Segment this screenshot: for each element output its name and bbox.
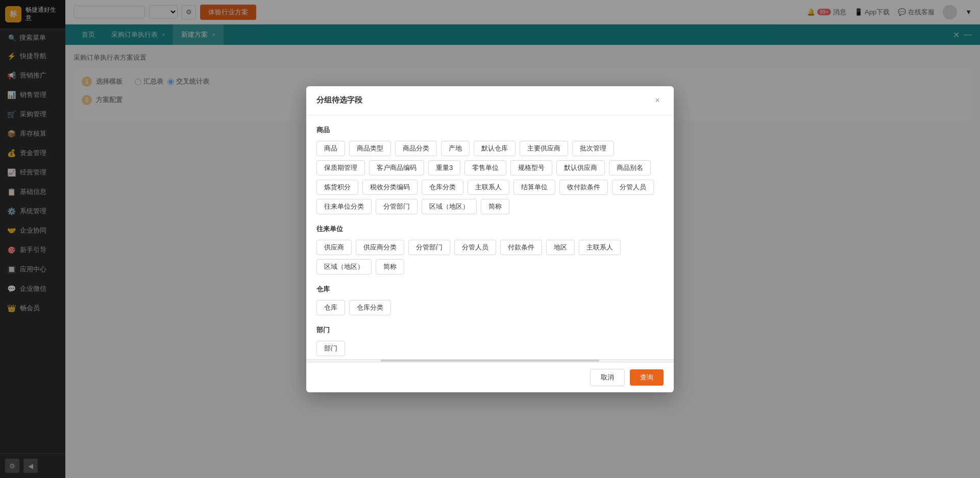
field-tag-goods-0[interactable]: 商品 <box>316 141 345 156</box>
field-tag-goods-4[interactable]: 默认仓库 <box>474 141 516 156</box>
field-tag-department-0[interactable]: 部门 <box>316 341 345 356</box>
field-group-title-department: 部门 <box>316 325 664 335</box>
field-tag-goods-13[interactable]: 商品别名 <box>609 160 651 175</box>
field-tags-department: 部门 <box>316 341 664 356</box>
field-group-counterparty: 往来单位供应商供应商分类分管部门分管人员付款条件地区主联系人区域（地区）简称 <box>316 224 664 274</box>
modal-title: 分组待选字段 <box>316 95 362 105</box>
field-group-warehouse: 仓库仓库仓库分类 <box>316 285 664 315</box>
field-tag-goods-2[interactable]: 商品分类 <box>395 141 437 156</box>
field-tag-goods-11[interactable]: 规格型号 <box>510 160 552 175</box>
field-group-department: 部门部门 <box>316 325 664 356</box>
confirm-button[interactable]: 查询 <box>630 369 664 386</box>
modal-header: 分组待选字段 × <box>306 86 674 115</box>
field-group-title-counterparty: 往来单位 <box>316 224 664 234</box>
field-tag-counterparty-3[interactable]: 分管人员 <box>454 240 496 255</box>
field-group-goods: 商品商品商品类型商品分类产地默认仓库主要供应商批次管理保质期管理客户商品编码重量… <box>316 125 664 214</box>
field-tag-goods-24[interactable]: 简称 <box>481 199 509 214</box>
field-tag-goods-6[interactable]: 批次管理 <box>572 141 614 156</box>
field-tag-goods-1[interactable]: 商品类型 <box>349 141 391 156</box>
field-tag-counterparty-7[interactable]: 区域（地区） <box>316 259 372 274</box>
modal-body: 商品商品商品类型商品分类产地默认仓库主要供应商批次管理保质期管理客户商品编码重量… <box>306 115 674 359</box>
field-tag-counterparty-6[interactable]: 主联系人 <box>579 240 621 255</box>
field-tag-goods-15[interactable]: 税收分类编码 <box>362 180 418 195</box>
field-tags-counterparty: 供应商供应商分类分管部门分管人员付款条件地区主联系人区域（地区）简称 <box>316 240 664 274</box>
field-tag-goods-8[interactable]: 客户商品编码 <box>369 160 424 175</box>
field-tag-counterparty-4[interactable]: 付款条件 <box>500 240 542 255</box>
field-tag-goods-19[interactable]: 收付款条件 <box>559 180 608 195</box>
field-tag-goods-16[interactable]: 仓库分类 <box>422 180 463 195</box>
modal-overlay[interactable]: 分组待选字段 × 商品商品商品类型商品分类产地默认仓库主要供应商批次管理保质期管… <box>0 0 980 478</box>
field-tag-goods-20[interactable]: 分管人员 <box>612 180 654 195</box>
field-tag-goods-5[interactable]: 主要供应商 <box>520 141 568 156</box>
field-tag-counterparty-1[interactable]: 供应商分类 <box>356 240 404 255</box>
field-group-title-goods: 商品 <box>316 125 664 135</box>
field-tag-counterparty-2[interactable]: 分管部门 <box>408 240 450 255</box>
field-tag-warehouse-0[interactable]: 仓库 <box>316 300 345 315</box>
field-tag-counterparty-0[interactable]: 供应商 <box>316 240 352 255</box>
field-select-modal: 分组待选字段 × 商品商品商品类型商品分类产地默认仓库主要供应商批次管理保质期管… <box>306 86 674 392</box>
field-tag-counterparty-5[interactable]: 地区 <box>546 240 575 255</box>
field-group-title-warehouse: 仓库 <box>316 285 664 294</box>
field-tag-goods-3[interactable]: 产地 <box>441 141 470 156</box>
cancel-button[interactable]: 取消 <box>590 369 625 386</box>
field-tag-goods-9[interactable]: 重量3 <box>428 160 460 175</box>
field-tag-goods-17[interactable]: 主联系人 <box>468 180 509 195</box>
field-tag-goods-23[interactable]: 区域（地区） <box>422 199 477 214</box>
field-tag-warehouse-1[interactable]: 仓库分类 <box>349 300 391 315</box>
modal-footer: 取消 查询 <box>306 362 674 392</box>
field-tag-goods-12[interactable]: 默认供应商 <box>556 160 605 175</box>
field-tag-goods-22[interactable]: 分管部门 <box>376 199 418 214</box>
field-tags-warehouse: 仓库仓库分类 <box>316 300 664 315</box>
field-tag-counterparty-8[interactable]: 简称 <box>376 259 404 274</box>
field-tag-goods-7[interactable]: 保质期管理 <box>316 160 365 175</box>
horizontal-scroll-thumb <box>381 360 599 362</box>
field-tags-goods: 商品商品类型商品分类产地默认仓库主要供应商批次管理保质期管理客户商品编码重量3零… <box>316 141 664 214</box>
modal-close-btn[interactable]: × <box>651 94 664 107</box>
field-tag-goods-21[interactable]: 往来单位分类 <box>316 199 372 214</box>
field-tag-goods-14[interactable]: 炼货积分 <box>316 180 358 195</box>
field-tag-goods-18[interactable]: 结算单位 <box>513 180 555 195</box>
field-tag-goods-10[interactable]: 零售单位 <box>464 160 506 175</box>
